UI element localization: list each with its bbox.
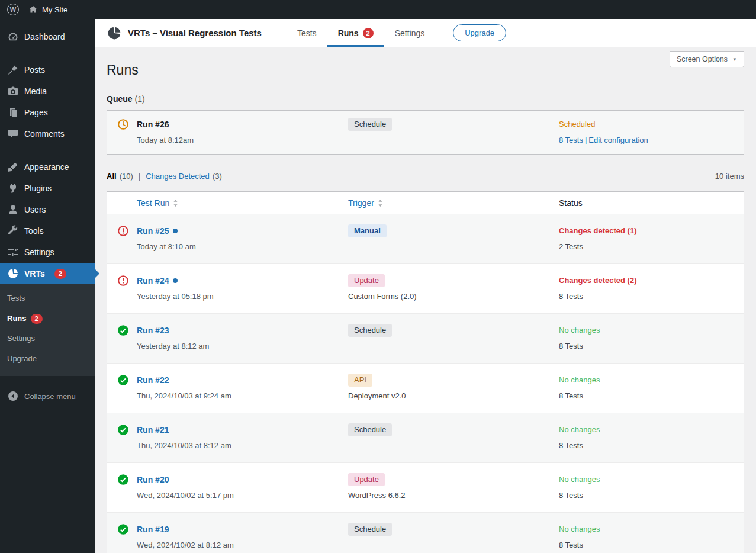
trigger-badge: Schedule — [348, 118, 392, 131]
run-date: Thu, 2024/10/03 at 9:24 am — [137, 391, 231, 401]
camera-icon — [7, 85, 19, 97]
my-site-link[interactable]: My Site — [28, 5, 67, 14]
edit-configuration-link[interactable]: Edit configuration — [588, 136, 648, 144]
success-icon — [117, 324, 130, 337]
filter-bar: All (10) | Changes Detected (3) 10 items — [107, 171, 744, 182]
tab-label: Settings — [395, 28, 425, 38]
tab-runs[interactable]: Runs 2 — [327, 19, 384, 47]
table-row: Run #20 Wed, 2024/10/02 at 5:17 pm Updat… — [107, 462, 744, 512]
wordpress-logo-icon[interactable]: W — [7, 4, 19, 15]
sidebar-item-label: Posts — [24, 65, 45, 75]
sort-test-run-header[interactable]: Test Run — [137, 198, 169, 208]
pin-icon — [7, 64, 19, 76]
sidebar-item-media[interactable]: Media — [0, 81, 95, 102]
table-row: Run #21 Thu, 2024/10/03 at 8:12 am Sched… — [107, 413, 744, 462]
run-link[interactable]: Run #23 — [137, 326, 169, 335]
menu-separator — [0, 47, 95, 59]
submenu-item-upgrade[interactable]: Upgrade — [0, 349, 95, 369]
wrench-icon — [7, 225, 19, 237]
run-link[interactable]: Run #22 — [137, 375, 169, 385]
sidebar: Dashboard Posts Media Pages Comments App… — [0, 19, 95, 553]
tests-count: 8 Tests — [559, 291, 744, 302]
sidebar-item-users[interactable]: Users — [0, 199, 95, 220]
sidebar-item-label: Users — [24, 204, 46, 215]
submenu-item-tests[interactable]: Tests — [0, 288, 95, 308]
plugin-title: VRTs – Visual Regression Tests — [128, 28, 262, 38]
run-status: Changes detected (2) — [559, 274, 744, 287]
tests-count: 8 Tests — [559, 391, 744, 401]
trigger-badge: Update — [348, 473, 385, 486]
sidebar-item-posts[interactable]: Posts — [0, 59, 95, 81]
tab-label: Tests — [297, 28, 317, 38]
sidebar-item-vrts[interactable]: VRTs 2 — [0, 263, 95, 284]
submenu-item-label: Upgrade — [7, 353, 37, 364]
screen-options-label: Screen Options — [677, 55, 728, 63]
success-icon — [117, 473, 130, 486]
sidebar-item-plugins[interactable]: Plugins — [0, 178, 95, 199]
sidebar-item-label: Media — [24, 86, 47, 97]
collapse-menu-button[interactable]: Collapse menu — [0, 385, 95, 407]
run-link[interactable]: Run #24 — [137, 276, 169, 285]
success-icon — [117, 374, 130, 387]
run-date: Today at 8:10 am — [137, 242, 196, 252]
queue-row: Run #26 Today at 8:12am Schedule Schedul… — [107, 111, 744, 154]
table-row: Run #22 Thu, 2024/10/03 at 9:24 am API D… — [107, 363, 744, 413]
run-status: No changes — [559, 473, 744, 486]
vrts-logo-icon — [7, 268, 19, 279]
queue-run-title: Run #26 — [137, 120, 169, 129]
sort-trigger-header[interactable]: Trigger — [348, 198, 374, 208]
success-icon — [117, 523, 130, 536]
collapse-arrow-icon — [7, 390, 19, 402]
sidebar-item-label: Dashboard — [24, 31, 65, 42]
success-icon — [117, 423, 130, 436]
error-icon — [117, 224, 130, 237]
queue-run-date: Today at 8:12am — [137, 135, 194, 146]
submenu-item-settings[interactable]: Settings — [0, 329, 95, 349]
queue-heading: Queue (1) — [107, 94, 744, 104]
filter-all[interactable]: All — [107, 171, 117, 182]
dashboard-icon — [7, 31, 19, 43]
sidebar-item-pages[interactable]: Pages — [0, 102, 95, 123]
runs-count-badge: 2 — [31, 314, 43, 324]
submenu-item-label: Runs — [7, 313, 27, 324]
submenu-item-label: Settings — [7, 333, 35, 344]
trigger-badge: Schedule — [348, 523, 392, 536]
sidebar-item-tools[interactable]: Tools — [0, 220, 95, 242]
sidebar-item-label: Comments — [24, 128, 65, 139]
sidebar-item-appearance[interactable]: Appearance — [0, 156, 95, 178]
tab-settings[interactable]: Settings — [384, 19, 436, 47]
table-row: Run #19 Wed, 2024/10/02 at 8:12 am Sched… — [107, 512, 744, 553]
tests-link[interactable]: 8 Tests — [559, 136, 583, 144]
home-icon — [28, 5, 38, 14]
items-count: 10 items — [715, 171, 744, 182]
sort-icon[interactable] — [377, 198, 384, 208]
run-link[interactable]: Run #19 — [137, 525, 169, 534]
sidebar-item-dashboard[interactable]: Dashboard — [0, 26, 95, 47]
run-status: No changes — [559, 423, 744, 436]
sort-icon[interactable] — [172, 198, 179, 208]
sidebar-item-comments[interactable]: Comments — [0, 123, 95, 144]
sidebar-item-label: Plugins — [24, 183, 52, 194]
comment-bubble-icon — [7, 128, 19, 140]
queue-status: Scheduled — [559, 118, 744, 131]
sidebar-item-settings[interactable]: Settings — [0, 242, 95, 263]
run-status: No changes — [559, 523, 744, 536]
filter-changes-detected[interactable]: Changes Detected — [146, 171, 210, 182]
link-separator: | — [585, 136, 587, 144]
trigger-badge: Update — [348, 274, 385, 287]
run-link[interactable]: Run #25 — [137, 226, 169, 236]
chevron-down-icon: ▼ — [732, 57, 737, 62]
run-date: Wed, 2024/10/02 at 5:17 pm — [137, 490, 234, 501]
unread-indicator-dot — [173, 229, 178, 233]
trigger-detail: WordPress 6.6.2 — [348, 490, 559, 501]
tab-tests[interactable]: Tests — [287, 19, 327, 47]
trigger-badge: Schedule — [348, 324, 392, 337]
trigger-badge: Schedule — [348, 423, 392, 436]
screen-options-button[interactable]: Screen Options ▼ — [670, 51, 744, 67]
tests-count: 2 Tests — [559, 242, 744, 252]
submenu-item-runs[interactable]: Runs 2 — [0, 308, 95, 329]
upgrade-button[interactable]: Upgrade — [453, 24, 506, 41]
run-link[interactable]: Run #21 — [137, 425, 169, 435]
menu-separator — [0, 144, 95, 156]
run-link[interactable]: Run #20 — [137, 475, 169, 484]
